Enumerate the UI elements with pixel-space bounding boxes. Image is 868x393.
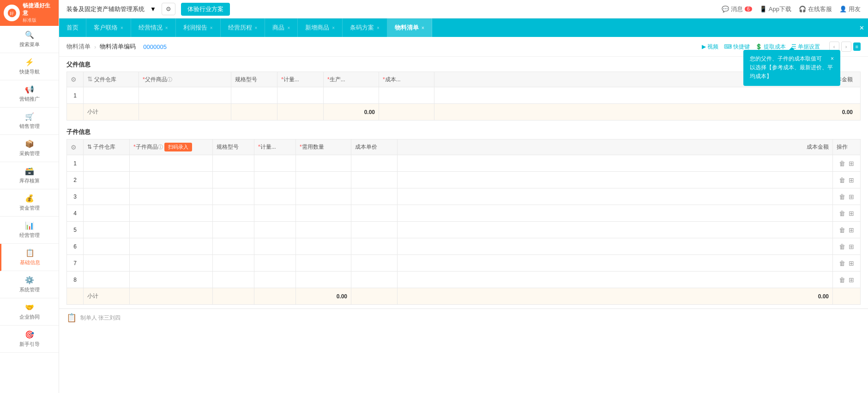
child-row-8-product[interactable] <box>130 272 213 288</box>
child-row-3-product[interactable] <box>130 188 213 205</box>
child-row-8-warehouse[interactable] <box>84 272 130 288</box>
copy-icon-8[interactable]: ⊞ <box>849 276 854 284</box>
child-row-1-unit-cost[interactable] <box>351 155 398 172</box>
list-view-button[interactable]: ≡ <box>853 42 861 51</box>
sidebar-item-5[interactable]: 🗃️库存核算 <box>0 162 59 189</box>
delete-icon-1[interactable]: 🗑 <box>839 160 845 167</box>
child-row-2-spec[interactable] <box>213 172 254 188</box>
child-row-5-product[interactable] <box>130 222 213 238</box>
nav-tab-3[interactable]: 利润报告 × <box>176 18 221 37</box>
app-download-button[interactable]: 📱 App下载 <box>760 5 791 13</box>
nav-tab-7[interactable]: 条码方案 × <box>343 18 387 37</box>
tab-close-5[interactable]: × <box>287 25 290 30</box>
delete-icon-4[interactable]: 🗑 <box>839 210 845 217</box>
sidebar-item-4[interactable]: 📦采购管理 <box>0 135 59 162</box>
sidebar-item-0[interactable]: 🔍搜索菜单 <box>0 26 59 53</box>
delete-icon-7[interactable]: 🗑 <box>839 260 845 267</box>
nav-tab-8[interactable]: 物料清单 × <box>387 18 432 37</box>
child-row-8-spec[interactable] <box>213 272 254 288</box>
child-row-4-unit[interactable] <box>254 205 296 222</box>
child-row-1-warehouse[interactable] <box>84 155 130 172</box>
copy-icon-2[interactable]: ⊞ <box>849 176 854 184</box>
child-row-7-qty[interactable] <box>296 255 351 272</box>
sidebar-item-3[interactable]: 🛒销售管理 <box>0 108 59 135</box>
delete-icon-8[interactable]: 🗑 <box>839 276 845 284</box>
child-row-1-product[interactable] <box>130 155 213 172</box>
tab-close-3[interactable]: × <box>210 25 213 30</box>
child-row-1-qty[interactable] <box>296 155 351 172</box>
sidebar-item-11[interactable]: 🎯新手引导 <box>0 326 59 353</box>
settings-action[interactable]: ☰ 单据设置 <box>791 43 820 51</box>
delete-icon-3[interactable]: 🗑 <box>839 193 845 200</box>
child-row-7-product[interactable] <box>130 255 213 272</box>
child-row-6-unit[interactable] <box>254 238 296 255</box>
nav-tab-5[interactable]: 商品 × <box>265 18 298 37</box>
child-row-7-unit-cost[interactable] <box>351 255 398 272</box>
child-row-4-unit-cost[interactable] <box>351 205 398 222</box>
breadcrumb-1[interactable]: 物料清单 <box>66 42 90 51</box>
copy-icon-5[interactable]: ⊞ <box>849 226 854 234</box>
child-row-6-qty[interactable] <box>296 238 351 255</box>
child-row-8-qty[interactable] <box>296 272 351 288</box>
parent-row-1-produce[interactable] <box>324 87 379 104</box>
child-row-5-warehouse[interactable] <box>84 222 130 238</box>
child-row-6-spec[interactable] <box>213 238 254 255</box>
child-row-2-product[interactable] <box>130 172 213 188</box>
tab-close-7[interactable]: × <box>377 25 380 30</box>
messages-button[interactable]: 💬 消息 6 <box>722 5 752 13</box>
copy-icon-3[interactable]: ⊞ <box>849 193 854 200</box>
sidebar-item-8[interactable]: 📋基础信息 <box>0 244 59 271</box>
tab-close-8[interactable]: × <box>422 25 424 30</box>
copy-icon-6[interactable]: ⊞ <box>849 243 854 250</box>
sidebar-item-1[interactable]: ⚡快捷导航 <box>0 53 59 80</box>
sidebar-item-10[interactable]: 🤝企业协同 <box>0 298 59 326</box>
child-row-4-qty[interactable] <box>296 205 351 222</box>
delete-icon-6[interactable]: 🗑 <box>839 243 845 250</box>
child-row-6-unit-cost[interactable] <box>351 238 398 255</box>
child-row-2-warehouse[interactable] <box>84 172 130 188</box>
sidebar-item-6[interactable]: 💰资金管理 <box>0 189 59 217</box>
child-row-2-unit-cost[interactable] <box>351 172 398 188</box>
sidebar-item-7[interactable]: 📊经营管理 <box>0 217 59 244</box>
child-row-2-unit[interactable] <box>254 172 296 188</box>
parent-row-1-spec[interactable] <box>231 87 277 104</box>
child-row-3-qty[interactable] <box>296 188 351 205</box>
copy-icon-7[interactable]: ⊞ <box>849 260 854 267</box>
child-row-8-unit-cost[interactable] <box>351 272 398 288</box>
parent-row-1-unit[interactable] <box>277 87 324 104</box>
tooltip-close-button[interactable]: × <box>831 54 834 63</box>
delete-icon-5[interactable]: 🗑 <box>839 226 845 234</box>
nav-tab-6[interactable]: 新增商品 × <box>298 18 343 37</box>
child-row-7-unit[interactable] <box>254 255 296 272</box>
nav-tab-1[interactable]: 客户联络 × <box>86 18 131 37</box>
nav-tab-4[interactable]: 经营历程 × <box>221 18 265 37</box>
child-row-7-warehouse[interactable] <box>84 255 130 272</box>
trial-button[interactable]: 体验行业方案 <box>181 3 230 16</box>
tab-close-2[interactable]: × <box>165 25 168 30</box>
child-row-5-qty[interactable] <box>296 222 351 238</box>
child-row-1-spec[interactable] <box>213 155 254 172</box>
tab-close-6[interactable]: × <box>332 25 335 30</box>
online-service-button[interactable]: 🎧 在线客服 <box>799 5 832 13</box>
child-row-3-unit[interactable] <box>254 188 296 205</box>
user-menu[interactable]: 👤 用友 <box>839 5 861 13</box>
delete-icon-2[interactable]: 🗑 <box>839 176 845 184</box>
copy-icon-1[interactable]: ⊞ <box>849 160 854 167</box>
child-row-3-spec[interactable] <box>213 188 254 205</box>
child-row-4-spec[interactable] <box>213 205 254 222</box>
video-action[interactable]: ▶ 视频 <box>702 43 718 51</box>
sidebar-item-9[interactable]: ⚙️系统管理 <box>0 271 59 298</box>
parent-row-1-warehouse[interactable] <box>84 87 139 104</box>
child-row-3-warehouse[interactable] <box>84 188 130 205</box>
settings-button[interactable]: ⚙ <box>162 3 175 15</box>
child-row-6-warehouse[interactable] <box>84 238 130 255</box>
system-dropdown[interactable]: ▼ <box>150 6 156 12</box>
child-row-6-product[interactable] <box>130 238 213 255</box>
child-row-1-unit[interactable] <box>254 155 296 172</box>
nav-tab-2[interactable]: 经营情况 × <box>131 18 176 37</box>
child-row-7-spec[interactable] <box>213 255 254 272</box>
nav-tab-0[interactable]: 首页 <box>59 18 86 37</box>
child-row-5-unit-cost[interactable] <box>351 222 398 238</box>
parent-row-1-product[interactable] <box>139 87 231 104</box>
child-row-5-unit[interactable] <box>254 222 296 238</box>
